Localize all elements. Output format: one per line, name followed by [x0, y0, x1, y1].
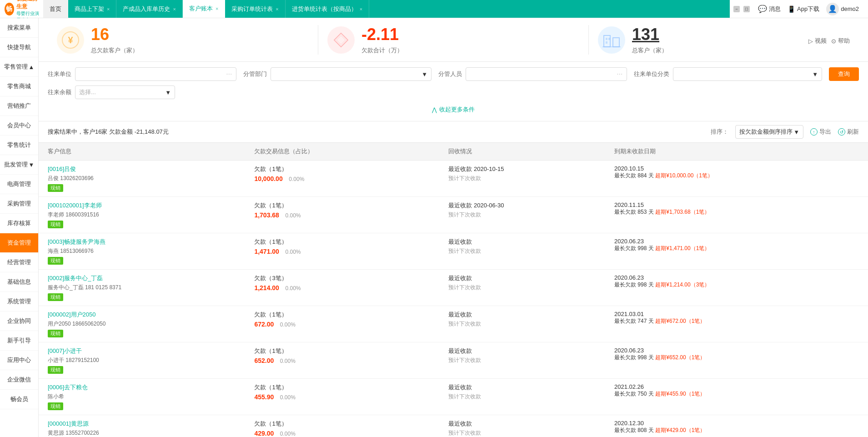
tab-product-listing[interactable]: 商品上下架 ×	[68, 0, 116, 18]
due-date: 2020.11.15	[614, 201, 859, 208]
debt-customers-label: 总欠款客户（家）	[91, 46, 138, 55]
sidebar-item-marketing[interactable]: 营销推广	[0, 96, 38, 116]
customer-name-link[interactable]: [0006]去下粮仓	[48, 383, 236, 392]
collapse-button[interactable]: ⋀ 收起更多条件	[427, 104, 479, 116]
tab-purchase-stats-by-product[interactable]: 进货单统计表（按商品） ×	[286, 0, 369, 18]
filter-balance: 往来余额 选择... ▼	[48, 85, 175, 99]
close-icon[interactable]: ×	[216, 6, 218, 11]
col-due-date: 到期未收款日期	[605, 143, 868, 161]
tab-customer-account[interactable]: 客户账本 ×	[183, 0, 225, 18]
sort-select[interactable]: 按欠款金额倒序排序 ▼	[735, 125, 803, 139]
sidebar-item-member[interactable]: 会员中心	[0, 116, 38, 136]
manager-input[interactable]: ···	[466, 67, 627, 81]
customer-contact: 用户2050 18665062050	[48, 320, 236, 328]
chevron-down-icon: ▼	[165, 89, 171, 96]
overdue-link[interactable]: 超期¥1,471.00（1笔）	[655, 245, 710, 251]
debt-pct: 0.00%	[289, 176, 304, 182]
sidebar-item-ecommerce[interactable]: 电商管理	[0, 175, 38, 194]
maximize-button[interactable]: □	[743, 6, 750, 12]
customer-contact: 李老师 18600391516	[48, 211, 236, 219]
department-select[interactable]: ▼	[271, 67, 432, 81]
debt-count: 欠款（3笔）	[254, 274, 389, 282]
diamond-icon	[327, 26, 355, 54]
customer-unit-input[interactable]: ···	[75, 67, 236, 81]
sidebar-item-purchase[interactable]: 采购管理	[0, 194, 38, 214]
refresh-button[interactable]: ↺ 刷新	[838, 128, 859, 136]
debt-count: 欠款（1笔）	[254, 201, 389, 210]
debt-pct-cell	[399, 233, 440, 270]
customer-name-link[interactable]: [0016]吕俊	[48, 165, 236, 173]
sidebar-item-chang-member[interactable]: 畅会员	[0, 390, 38, 409]
sidebar-item-basic-info[interactable]: 基础信息	[0, 272, 38, 292]
sidebar-item-retail-mgmt[interactable]: 零售管理 ▲	[0, 57, 38, 77]
close-icon[interactable]: ×	[107, 6, 110, 12]
help-button[interactable]: ⊙ 帮助	[831, 37, 850, 45]
debt-info-cell: 欠款（1笔） 672.00 0.00%	[245, 306, 398, 342]
balance-select[interactable]: 选择... ▼	[75, 85, 175, 99]
tab-home[interactable]: 首页	[43, 0, 68, 18]
user-avatar[interactable]: 👤 demo2	[826, 3, 859, 15]
sidebar-item-inventory[interactable]: 库存核算	[0, 214, 38, 233]
overdue-link[interactable]: 超期¥429.00（1笔）	[655, 427, 705, 433]
debt-info-cell: 欠款（1笔） 1,703.68 0.00%	[245, 197, 398, 233]
tab-production-history[interactable]: 产成品入库单历史 ×	[116, 0, 182, 18]
debt-pct-cell	[399, 306, 440, 342]
sidebar-item-enterprise[interactable]: 企业协同	[0, 311, 38, 331]
overdue-link[interactable]: 超期¥1,214.00（3笔）	[655, 281, 710, 288]
sidebar-item-quick-nav[interactable]: 快捷导航	[0, 38, 38, 57]
customer-name-link[interactable]: [0003]畅捷服务尹海燕	[48, 238, 236, 246]
last-collect: 最近收款 2020-06-30	[448, 201, 596, 210]
col-customer-info: 客户信息	[39, 143, 245, 161]
debt-pct-cell	[399, 197, 440, 233]
sidebar-item-retail-stats[interactable]: 零售统计	[0, 136, 38, 155]
overdue-link[interactable]: 超期¥652.00（1笔）	[655, 354, 705, 361]
customer-name-link[interactable]: [0001020001]李老师	[48, 201, 236, 210]
status-badge: 现销	[48, 366, 63, 374]
customer-name-link[interactable]: [000001]黄思源	[48, 420, 236, 428]
debt-amount: 672.00	[254, 321, 274, 328]
app-download-button[interactable]: 📱 App下载	[788, 5, 819, 13]
sidebar-item-search[interactable]: 搜索菜单	[0, 18, 38, 38]
overdue-link[interactable]: 超期¥455.90（1笔）	[655, 391, 705, 397]
overdue-link[interactable]: 超期¥10,000.00（1笔）	[655, 172, 713, 179]
sidebar-item-wechat-work[interactable]: 企业微信	[0, 370, 38, 390]
customer-table-container: 客户信息 欠款交易信息（占比） 回收情况 到期未收款日期 [0016]吕俊 吕俊…	[39, 143, 868, 437]
debt-info-cell: 欠款（1笔） 1,471.00 0.00%	[245, 233, 398, 270]
minimize-button[interactable]: －	[733, 6, 740, 12]
customer-name-link[interactable]: [0007]小进干	[48, 347, 236, 355]
search-button[interactable]: 查询	[829, 67, 859, 81]
overdue-days: 最长欠款 998 天	[614, 245, 654, 251]
sidebar: 搜索菜单 快捷导航 零售管理 ▲ 零售商城 营销推广 会员中心 零售统计 批发管…	[0, 18, 39, 437]
unit-category-select[interactable]: ▼	[673, 67, 823, 81]
sidebar-item-app-center[interactable]: 应用中心	[0, 351, 38, 370]
export-button[interactable]: ↑ 导出	[810, 128, 831, 136]
sidebar-item-retail-store[interactable]: 零售商城	[0, 77, 38, 96]
sidebar-item-beginner[interactable]: 新手引导	[0, 331, 38, 351]
tab-purchase-order-stats[interactable]: 采购订单统计表 ×	[225, 0, 285, 18]
close-icon[interactable]: ×	[276, 6, 278, 12]
debt-customers-value: 16	[91, 25, 138, 44]
debt-count: 欠款（1笔）	[254, 420, 389, 428]
yen-icon: ¥	[57, 26, 84, 54]
stat-card-debt-total: -2.11 欠款合计（万）	[318, 25, 589, 55]
video-button[interactable]: ▷ 视频	[808, 37, 827, 45]
sidebar-item-wholesale-mgmt[interactable]: 批发管理 ▼	[0, 155, 38, 175]
overdue-link[interactable]: 超期¥1,703.68（1笔）	[655, 209, 710, 215]
sidebar-item-system[interactable]: 系统管理	[0, 292, 38, 311]
customer-name-link[interactable]: [000002]用户2050	[48, 311, 236, 319]
message-button[interactable]: 💬 消息	[758, 5, 781, 13]
sidebar-item-operations[interactable]: 经营管理	[0, 253, 38, 272]
debt-amount: 652.00	[254, 357, 274, 364]
sidebar-item-finance[interactable]: 资金管理	[0, 233, 38, 253]
chevron-down-icon: ▼	[421, 71, 427, 78]
customer-info-cell: [0007]小进干 小进干 18279152100 现销	[39, 342, 245, 379]
chevron-down-icon: ▼	[29, 161, 35, 168]
overdue-link[interactable]: 超期¥672.00（1笔）	[655, 318, 705, 324]
close-icon[interactable]: ×	[360, 6, 362, 12]
table-row: [0007]小进干 小进干 18279152100 现销 欠款（1笔） 652.…	[39, 342, 868, 379]
collection-cell: 最近收款 预计下次收款	[439, 342, 605, 379]
due-date-cell: 2020.06.23 最长欠款 998 天 超期¥1,214.00（3笔）	[605, 270, 868, 306]
customer-name-link[interactable]: [0002]服务中心_丁磊	[48, 274, 236, 282]
close-icon[interactable]: ×	[173, 6, 176, 12]
sort-label: 排序：	[711, 128, 728, 136]
